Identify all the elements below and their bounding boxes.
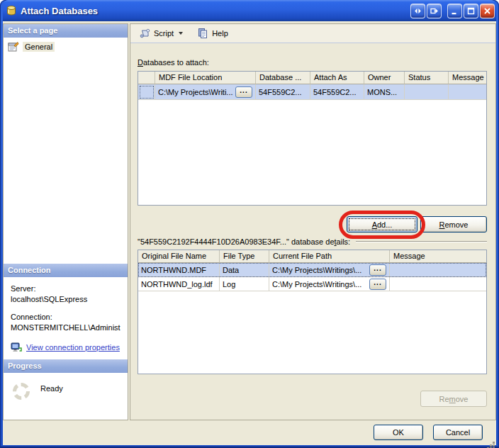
original-file-name-cell: NORTHWND_log.ldf xyxy=(138,277,220,291)
file-type-cell: Log xyxy=(220,277,269,291)
connection-label: Connection: xyxy=(11,312,120,323)
current-file-path-cell: C:\My Projects\Writings\... ... xyxy=(269,277,390,291)
cancel-button[interactable]: Cancel xyxy=(433,425,483,440)
window-title: Attach Databases xyxy=(21,6,407,16)
column-header-message: Message xyxy=(449,72,486,84)
databases-to-attach-label: Databases to attach: xyxy=(138,58,209,67)
select-a-page-header: Select a page xyxy=(4,24,128,38)
sidebar: Select a page General Connection xyxy=(3,23,128,420)
help-button[interactable]: Help xyxy=(193,26,232,41)
message-cell xyxy=(390,277,486,291)
browse-button[interactable]: ... xyxy=(369,279,386,290)
connection-value: MONSTERMITCHELL\Administra xyxy=(11,323,120,333)
database-icon xyxy=(6,5,17,16)
column-header-current-file-path: Current File Path xyxy=(269,250,390,263)
column-header-owner: Owner xyxy=(364,72,405,84)
column-header-original-file-name: Original File Name xyxy=(138,250,220,263)
close-button[interactable] xyxy=(480,4,495,18)
general-page-content: Databases to attach: MDF File Location D… xyxy=(130,43,495,420)
help-icon xyxy=(197,28,208,39)
ok-button[interactable]: OK xyxy=(374,425,423,440)
minimize-button[interactable] xyxy=(447,4,462,18)
column-header-attach-as: Attach As xyxy=(310,72,364,84)
column-header-status: Status xyxy=(405,72,449,84)
attach-table-header-row: MDF File Location Database ... Attach As… xyxy=(138,72,486,84)
remove-button[interactable]: Remove xyxy=(420,216,487,233)
browse-button[interactable]: ... xyxy=(235,86,252,98)
progress-status: Ready xyxy=(40,381,63,393)
message-cell xyxy=(449,84,486,100)
column-header-database: Database ... xyxy=(256,72,310,84)
maximize-button[interactable] xyxy=(464,4,478,18)
progress-spinner-icon xyxy=(13,383,30,400)
database-cell: 54F559C2... xyxy=(256,84,310,100)
column-header-file-type: File Type xyxy=(220,250,269,263)
status-cell xyxy=(405,84,449,100)
connection-header: Connection xyxy=(4,264,128,277)
title-bar[interactable]: Attach Databases xyxy=(3,0,496,21)
script-icon xyxy=(139,28,150,39)
browse-button[interactable]: ... xyxy=(369,264,386,276)
attach-as-cell: 54F559C2... xyxy=(310,84,364,100)
details-table-header-row: Original File Name File Type Current Fil… xyxy=(138,250,486,263)
column-header-selector xyxy=(138,72,155,84)
dock-arrows-button[interactable] xyxy=(410,4,425,18)
general-label: General xyxy=(23,42,55,52)
remove-details-button[interactable]: Remove xyxy=(420,391,487,407)
server-label: Server: xyxy=(11,284,120,294)
sidebar-item-general[interactable]: General xyxy=(6,40,125,54)
row-selector-cell[interactable] xyxy=(138,84,155,100)
select-a-page-panel: General xyxy=(4,38,128,264)
table-row[interactable]: C:\My Projects\Writi... ... 54F559C2... … xyxy=(138,84,486,100)
resize-grip[interactable] xyxy=(493,442,495,444)
original-file-name-cell: NORTHWND.MDF xyxy=(138,263,220,277)
main-panel: Script Help Databases to a xyxy=(130,23,496,420)
help-label: Help xyxy=(212,29,228,38)
dropdown-arrow-icon xyxy=(179,32,183,35)
toolbar: Script Help xyxy=(130,24,495,43)
undock-button[interactable] xyxy=(427,4,442,18)
message-cell xyxy=(390,263,486,277)
view-connection-properties-link[interactable]: View connection properties xyxy=(26,342,120,353)
property-page-icon xyxy=(8,41,19,52)
progress-header: Progress xyxy=(4,359,128,373)
connection-properties-icon xyxy=(11,342,22,353)
add-button[interactable]: Add... xyxy=(347,216,417,233)
databases-to-attach-table: MDF File Location Database ... Attach As… xyxy=(138,71,487,206)
progress-panel: Ready xyxy=(4,373,128,420)
table-row[interactable]: NORTHWND_log.ldf Log C:\My Projects\Writ… xyxy=(138,277,486,291)
current-file-path-cell: C:\My Projects\Writings\... ... xyxy=(269,263,390,277)
attach-databases-dialog: Attach Databases Select a page xyxy=(0,0,499,448)
column-header-message: Message xyxy=(390,250,486,263)
connection-panel: Server: localhost\SQLExpress Connection:… xyxy=(4,277,128,359)
database-details-label: "54F559C2192F4444F10D26A0983E34F..." dat… xyxy=(138,237,350,246)
table-row[interactable]: NORTHWND.MDF Data C:\My Projects\Writing… xyxy=(138,263,486,277)
window-controls xyxy=(410,4,495,18)
divider xyxy=(356,241,487,242)
owner-cell: MONS... xyxy=(364,84,405,100)
script-label: Script xyxy=(154,29,174,38)
database-details-table: Original File Name File Type Current Fil… xyxy=(138,250,487,374)
column-header-mdf-file-location: MDF File Location xyxy=(155,72,256,84)
server-value: localhost\SQLExpress xyxy=(11,294,120,305)
mdf-file-location-cell: C:\My Projects\Writi... ... xyxy=(155,84,256,100)
file-type-cell: Data xyxy=(220,263,269,277)
script-button[interactable]: Script xyxy=(135,26,187,41)
